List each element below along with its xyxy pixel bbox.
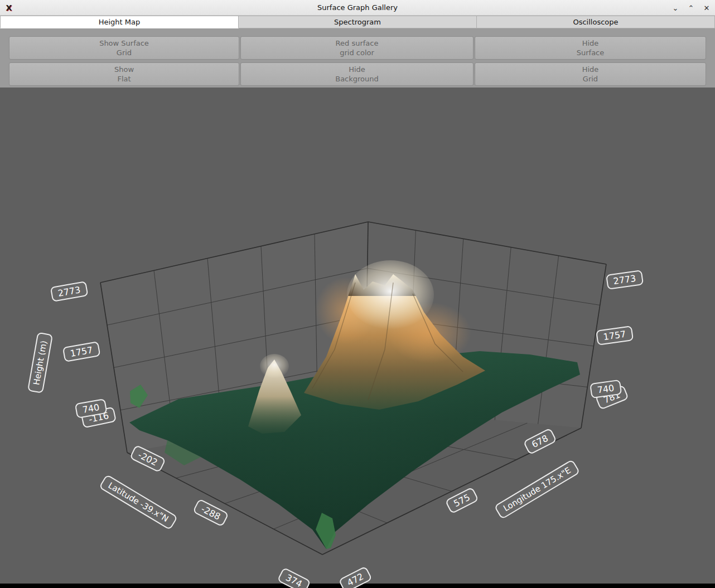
button-label: Flat: [117, 74, 131, 84]
tab-height-map[interactable]: Height Map: [0, 16, 239, 28]
button-label: Hide: [582, 65, 599, 74]
surface-grid-color-button[interactable]: Red surface grid color: [240, 36, 474, 60]
button-label: Hide: [349, 65, 365, 74]
hide-surface-button[interactable]: Hide Surface: [475, 36, 706, 60]
button-label: Red surface: [336, 38, 379, 48]
tab-oscilloscope[interactable]: Oscilloscope: [477, 16, 715, 28]
close-icon[interactable]: ✕: [702, 3, 712, 13]
minimize-icon[interactable]: ⌄: [670, 3, 680, 13]
button-panel: Show Surface Grid Red surface grid color…: [0, 28, 715, 88]
show-flat-button[interactable]: Show Flat: [9, 62, 239, 86]
button-label: Show Surface: [99, 38, 149, 48]
tab-spectrogram[interactable]: Spectrogram: [239, 16, 477, 28]
button-label: Show: [114, 65, 134, 74]
window-title: Surface Graph Gallery: [317, 3, 398, 12]
surface-plot[interactable]: 2773 1757 -116 740 2773 1757 781 740 -20…: [0, 88, 715, 584]
maximize-icon[interactable]: ⌃: [686, 3, 696, 13]
button-label: Grid: [117, 48, 132, 57]
title-bar: X Surface Graph Gallery ⌄ ⌃ ✕: [0, 0, 715, 16]
button-label: Hide: [582, 38, 599, 48]
button-label: Grid: [583, 74, 598, 84]
hide-background-button[interactable]: Hide Background: [240, 62, 474, 86]
button-label: Surface: [577, 48, 605, 57]
show-surface-grid-button[interactable]: Show Surface Grid: [9, 36, 239, 60]
window-controls: ⌄ ⌃ ✕: [670, 0, 712, 16]
app-icon[interactable]: X: [4, 3, 14, 13]
button-label: Background: [335, 74, 379, 84]
button-label: grid color: [340, 48, 374, 57]
tab-bar: Height Map Spectrogram Oscilloscope: [0, 16, 715, 28]
hide-grid-button[interactable]: Hide Grid: [475, 62, 706, 86]
